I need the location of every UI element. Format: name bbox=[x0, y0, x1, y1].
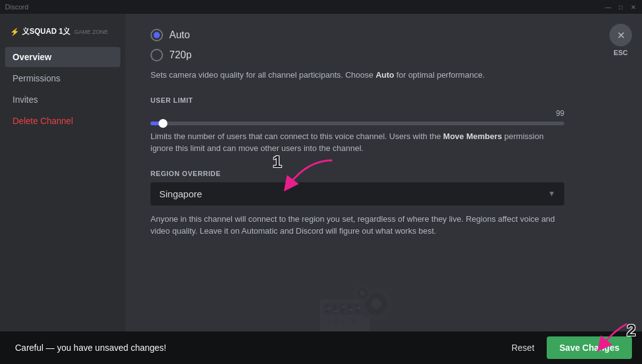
svg-rect-7 bbox=[342, 306, 345, 308]
esc-button[interactable]: ✕ ESC bbox=[609, 24, 632, 56]
save-changes-button[interactable]: Save Changes bbox=[547, 336, 632, 359]
svg-rect-37 bbox=[361, 300, 364, 303]
video-quality-desc: Sets camera video quality for all channe… bbox=[150, 69, 564, 81]
minimize-button[interactable]: — bbox=[604, 3, 612, 11]
svg-rect-36 bbox=[361, 283, 364, 286]
radio-720p-label: 720p bbox=[169, 49, 192, 61]
app-body: ⚡ 义SQUAD 1义 GAME ZONE Overview Permissio… bbox=[0, 14, 642, 331]
radio-720p[interactable]: 720p bbox=[150, 49, 564, 61]
user-limit-label: USER LIMIT bbox=[150, 96, 564, 104]
bottom-actions: Reset Save Changes 2 bbox=[507, 336, 632, 359]
svg-point-35 bbox=[360, 291, 365, 296]
window-controls: — □ ✕ bbox=[604, 3, 637, 11]
svg-rect-39 bbox=[369, 292, 372, 294]
svg-point-13 bbox=[326, 319, 329, 321]
user-limit-slider-container: 99 bbox=[150, 109, 564, 125]
svg-point-24 bbox=[371, 299, 381, 309]
svg-rect-38 bbox=[352, 292, 355, 294]
svg-point-21 bbox=[361, 319, 364, 321]
reset-button[interactable]: Reset bbox=[507, 340, 540, 355]
unsaved-message: Careful — you have unsaved changes! bbox=[15, 343, 166, 353]
region-desc: Anyone in this channel will connect to t… bbox=[150, 213, 564, 237]
svg-rect-28 bbox=[389, 302, 394, 306]
user-limit-desc: Limits the number of users that can conn… bbox=[150, 130, 564, 155]
bottom-bar: Careful — you have unsaved changes! Rese… bbox=[0, 331, 642, 364]
sidebar-item-overview[interactable]: Overview bbox=[5, 47, 120, 67]
close-icon[interactable]: ✕ bbox=[609, 24, 632, 46]
sidebar-item-delete[interactable]: Delete Channel bbox=[5, 111, 120, 131]
server-name-header: ⚡ 义SQUAD 1义 GAME ZONE bbox=[5, 24, 120, 39]
svg-point-19 bbox=[352, 319, 355, 321]
content-area: Auto 720p Sets camera video quality for … bbox=[125, 14, 642, 331]
titlebar: Discord — □ ✕ bbox=[0, 0, 642, 14]
sidebar-item-invites[interactable]: Invites bbox=[5, 90, 120, 110]
radio-auto-inner bbox=[154, 32, 160, 38]
slider-thumb[interactable] bbox=[159, 119, 167, 128]
radio-auto-label: Auto bbox=[169, 29, 190, 41]
gear-illustration bbox=[150, 252, 564, 332]
slider-track[interactable] bbox=[150, 122, 564, 125]
svg-rect-9 bbox=[349, 309, 353, 311]
region-select-wrapper: Singapore Automatic Brazil Hong Kong Ind… bbox=[150, 182, 564, 205]
svg-rect-25 bbox=[374, 286, 378, 291]
server-tag: GAME ZONE bbox=[74, 29, 108, 35]
gear-svg bbox=[307, 265, 408, 332]
esc-label: ESC bbox=[614, 49, 628, 56]
sidebar-item-permissions[interactable]: Permissions bbox=[5, 68, 120, 88]
radio-720p-circle bbox=[150, 49, 163, 61]
region-override-label: REGION OVERRIDE bbox=[150, 170, 564, 177]
sidebar: ⚡ 义SQUAD 1义 GAME ZONE Overview Permissio… bbox=[0, 14, 125, 331]
svg-rect-26 bbox=[374, 317, 378, 322]
content-inner: Auto 720p Sets camera video quality for … bbox=[125, 14, 589, 331]
slider-value: 99 bbox=[556, 109, 564, 118]
svg-point-15 bbox=[335, 319, 337, 321]
close-button[interactable]: ✕ bbox=[629, 3, 637, 11]
annotation-1-number: 1 bbox=[273, 152, 282, 172]
region-select[interactable]: Singapore Automatic Brazil Hong Kong Ind… bbox=[150, 182, 564, 205]
server-name-text: 义SQUAD 1义 bbox=[22, 26, 70, 37]
svg-rect-5 bbox=[334, 310, 338, 312]
svg-rect-11 bbox=[357, 307, 360, 309]
app-title: Discord bbox=[5, 3, 28, 11]
svg-rect-3 bbox=[327, 308, 330, 309]
radio-auto-circle bbox=[150, 29, 163, 41]
svg-point-17 bbox=[344, 319, 346, 321]
maximize-button[interactable]: □ bbox=[617, 3, 624, 11]
slider-header: 99 bbox=[150, 109, 564, 118]
radio-auto[interactable]: Auto bbox=[150, 29, 564, 41]
server-icon: ⚡ bbox=[10, 28, 19, 36]
